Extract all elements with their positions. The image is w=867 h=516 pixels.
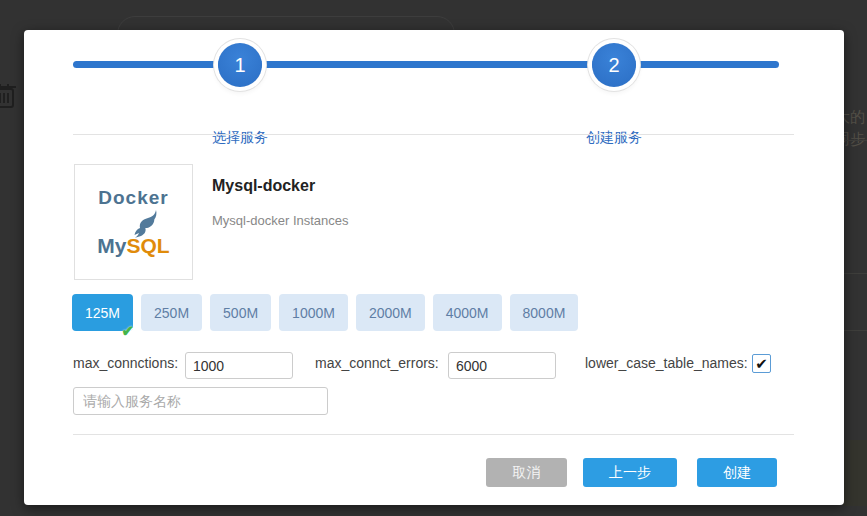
service-subtitle: Mysql-docker Instances (212, 213, 349, 228)
size-option-2000m[interactable]: 2000M (356, 294, 425, 331)
step-1-circle: 1 (218, 43, 262, 87)
max-connect-errors-input[interactable] (448, 352, 556, 379)
size-option-4000m[interactable]: 4000M (433, 294, 502, 331)
step-2-number: 2 (608, 54, 619, 77)
step-2-circle: 2 (592, 43, 636, 87)
background-row-line (843, 273, 867, 274)
service-logo: Docker MySQL (74, 164, 193, 280)
mysql-logo-my: My (97, 234, 126, 257)
max-connect-errors-label: max_connct_errors: (315, 355, 439, 371)
size-options: 125M ✔ 250M 500M 1000M 2000M 4000M 8000M (72, 294, 578, 331)
size-option-8000m[interactable]: 8000M (510, 294, 579, 331)
step-2-label: 创建服务 (554, 129, 674, 147)
background-row-line (843, 330, 867, 331)
stepper-divider (73, 134, 794, 135)
mysql-logo-text: MySQL (97, 234, 169, 258)
docker-logo-text: Docker (98, 187, 168, 209)
background-row-highlight (843, 440, 867, 506)
lower-case-table-names-label: lower_case_table_names: (585, 355, 748, 371)
trash-icon (0, 81, 17, 109)
service-name-input[interactable] (73, 387, 328, 415)
footer-divider (73, 434, 794, 435)
size-option-250m[interactable]: 250M (141, 294, 202, 331)
step-1-number: 1 (234, 54, 245, 77)
create-service-modal: 1 2 选择服务 创建服务 Docker MySQL Mysql-docker … (24, 30, 844, 505)
checkbox-check-icon: ✔ (755, 355, 768, 373)
size-option-125m[interactable]: 125M ✔ (72, 294, 133, 331)
cancel-button[interactable]: 取消 (486, 458, 567, 487)
size-option-500m[interactable]: 500M (210, 294, 271, 331)
service-title: Mysql-docker (212, 177, 315, 195)
background-row-line (843, 140, 867, 141)
selected-check-icon: ✔ (121, 322, 134, 340)
step-1-label: 选择服务 (180, 129, 300, 147)
create-button[interactable]: 创建 (697, 458, 777, 487)
mysql-logo-sql: SQL (127, 234, 170, 257)
previous-step-button[interactable]: 上一步 (583, 458, 677, 487)
lower-case-table-names-checkbox[interactable]: ✔ (752, 354, 771, 373)
max-connections-label: max_connctions: (73, 355, 178, 371)
size-option-1000m[interactable]: 1000M (279, 294, 348, 331)
max-connections-input[interactable] (185, 352, 293, 379)
stepper-progress-bar (73, 61, 779, 68)
